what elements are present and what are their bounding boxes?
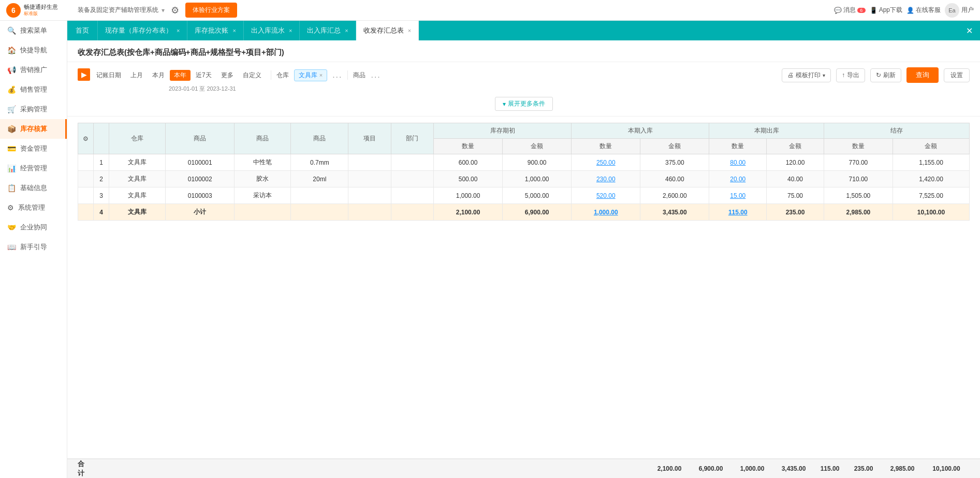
subtotal-check bbox=[78, 204, 94, 221]
row3-seq: 3 bbox=[94, 187, 109, 204]
row2-out-qty[interactable]: 20.00 bbox=[709, 171, 767, 187]
date-btn-last-month[interactable]: 上月 bbox=[126, 70, 147, 81]
tab-inout-flow[interactable]: 出入库流水 × bbox=[244, 21, 300, 40]
date-btn-more[interactable]: 更多 bbox=[217, 70, 238, 81]
system-name-wrapper: 装备及固定资产辅助管理系统 ▾ bbox=[78, 6, 165, 15]
newbie-icon: 📖 bbox=[7, 243, 16, 251]
sidebar-item-newbie[interactable]: 📖 新手引导 bbox=[0, 237, 67, 257]
tab-batch-close[interactable]: × bbox=[232, 27, 236, 34]
sidebar-item-search[interactable]: 🔍 搜索菜单 bbox=[0, 21, 67, 40]
sidebar-item-quicknav[interactable]: 🏠 快捷导航 bbox=[0, 40, 67, 60]
tab-home[interactable]: 首页 bbox=[67, 21, 98, 40]
row2-in-amt: 460.00 bbox=[640, 171, 709, 187]
date-options: 上月 本月 本年 近7天 更多 自定义 bbox=[126, 70, 266, 81]
system-name-text: 装备及固定资产辅助管理系统 bbox=[78, 6, 158, 15]
refresh-label: 刷新 bbox=[883, 71, 896, 80]
row2-in-qty[interactable]: 230.00 bbox=[572, 171, 640, 187]
subtotal-init-qty: 2,100.00 bbox=[434, 204, 503, 221]
col-settings-header[interactable]: ⚙ bbox=[78, 123, 94, 154]
row2-code: 0100002 bbox=[166, 171, 235, 187]
sidebar-item-marketing[interactable]: 📢 营销推广 bbox=[0, 60, 67, 80]
tab-recv-send-close[interactable]: × bbox=[408, 27, 411, 34]
col-project-header: 项目 bbox=[348, 123, 391, 154]
user-area[interactable]: Ea 用户 bbox=[945, 3, 974, 18]
sidebar-item-basicinfo[interactable]: 📋 基础信息 bbox=[0, 178, 67, 198]
row3-in-qty[interactable]: 520.00 bbox=[572, 187, 640, 204]
row3-in-amt: 2,600.00 bbox=[640, 187, 709, 204]
tab-inout-flow-close[interactable]: × bbox=[289, 27, 292, 34]
system-dropdown-icon[interactable]: ▾ bbox=[162, 7, 165, 14]
message-btn[interactable]: 💬 消息 6 bbox=[834, 6, 866, 15]
inventory-icon: 📦 bbox=[7, 125, 16, 133]
row1-out-qty[interactable]: 80.00 bbox=[709, 154, 767, 171]
row1-in-qty[interactable]: 250.00 bbox=[572, 154, 640, 171]
goods-ellipsis-btn[interactable]: ... bbox=[371, 70, 381, 80]
settings-button[interactable]: 设置 bbox=[944, 68, 970, 82]
date-range-text: 2023-01-01 至 2023-12-31 bbox=[169, 85, 236, 92]
row2-project bbox=[348, 171, 391, 187]
sidebar-label-enterprise: 企业协同 bbox=[20, 223, 47, 232]
col-init-header: 库存期初 bbox=[434, 123, 572, 139]
app-download-btn[interactable]: 📱 App下载 bbox=[870, 6, 902, 15]
tab-inout-summary[interactable]: 出入库汇总 × bbox=[300, 21, 356, 40]
date-btn-custom[interactable]: 自定义 bbox=[239, 70, 266, 81]
col-warehouse-header: 仓库 bbox=[109, 123, 166, 154]
row2-bal-qty: 710.00 bbox=[824, 171, 893, 187]
col-seq-header bbox=[94, 123, 109, 154]
export-btn[interactable]: ↑ 导出 bbox=[836, 68, 865, 82]
top-bar: 6 畅捷通好生意 标准版 装备及固定资产辅助管理系统 ▾ ⚙ 体验行业方案 💬 … bbox=[0, 0, 980, 21]
refresh-btn[interactable]: ↻ 刷新 bbox=[870, 68, 901, 82]
row3-code: 0100003 bbox=[166, 187, 235, 204]
print-btn[interactable]: 🖨 模板打印 ▾ bbox=[782, 68, 831, 82]
settings-icon[interactable]: ⚙ bbox=[171, 5, 179, 16]
subtotal-bal-qty: 2,985.00 bbox=[824, 204, 893, 221]
tab-inventory-dist[interactable]: 现存量（库存分布表） × bbox=[98, 21, 187, 40]
row3-check[interactable] bbox=[78, 187, 94, 204]
sidebar-item-sales[interactable]: 💰 销售管理 bbox=[0, 80, 67, 99]
col-out-amt-header: 金额 bbox=[767, 139, 824, 154]
sales-icon: 💰 bbox=[7, 85, 16, 94]
print-dropdown-icon: ▾ bbox=[823, 73, 825, 78]
sidebar-label-basicinfo: 基础信息 bbox=[20, 183, 47, 193]
online-service-btn[interactable]: 👤 在线客服 bbox=[906, 6, 941, 15]
tab-bar-close[interactable]: ✕ bbox=[959, 26, 980, 36]
warehouse-remove-icon[interactable]: × bbox=[319, 72, 323, 78]
query-button[interactable]: 查询 bbox=[906, 67, 939, 83]
service-icon: 👤 bbox=[906, 7, 914, 14]
col-in-header: 本期入库 bbox=[572, 123, 709, 139]
tab-inventory-dist-label: 现存量（库存分布表） bbox=[105, 26, 172, 35]
row3-init-qty: 1,000.00 bbox=[434, 187, 503, 204]
sidebar-item-enterprise[interactable]: 🤝 企业协同 bbox=[0, 218, 67, 237]
tab-inout-summary-close[interactable]: × bbox=[345, 27, 348, 34]
row3-out-qty[interactable]: 15.00 bbox=[709, 187, 767, 204]
sidebar-item-system[interactable]: ⚙ 系统管理 bbox=[0, 198, 67, 218]
warehouse-tag-text: 文具库 bbox=[299, 71, 317, 80]
sidebar-item-finance[interactable]: 💳 资金管理 bbox=[0, 139, 67, 158]
sidebar-item-inventory[interactable]: 📦 库存核算 bbox=[0, 119, 67, 139]
message-badge: 6 bbox=[857, 8, 866, 13]
col-bal-amt-header: 金额 bbox=[893, 139, 969, 154]
date-btn-7days[interactable]: 近7天 bbox=[192, 70, 216, 81]
row1-project bbox=[348, 154, 391, 171]
row1-out-amt: 120.00 bbox=[767, 154, 824, 171]
tab-inventory-dist-close[interactable]: × bbox=[177, 27, 180, 34]
row2-bal-amt: 1,420.00 bbox=[893, 171, 969, 187]
expand-more-btn[interactable]: ▾ 展开更多条件 bbox=[495, 97, 553, 111]
col-bal-qty-header: 数量 bbox=[824, 139, 893, 154]
table-row: 3 文具库 0100003 采访本 1,000.00 5,000.00 520.… bbox=[78, 187, 970, 204]
experience-button[interactable]: 体验行业方案 bbox=[185, 3, 237, 18]
row1-bal-qty: 770.00 bbox=[824, 154, 893, 171]
sidebar-item-purchase[interactable]: 🛒 采购管理 bbox=[0, 99, 67, 119]
date-btn-this-year[interactable]: 本年 bbox=[170, 70, 191, 81]
date-filter-label: 记账日期 bbox=[96, 71, 121, 80]
date-btn-this-month[interactable]: 本月 bbox=[148, 70, 169, 81]
tab-batch[interactable]: 库存批次账 × bbox=[187, 21, 243, 40]
warehouse-ellipsis-btn[interactable]: ... bbox=[332, 70, 342, 80]
row2-check[interactable] bbox=[78, 171, 94, 187]
filter-expand-arrow[interactable]: ▶ bbox=[78, 68, 90, 81]
row1-check[interactable] bbox=[78, 154, 94, 171]
tab-recv-send[interactable]: 收发存汇总表 × bbox=[356, 21, 419, 40]
logo-text: 畅捷通好生意 标准版 bbox=[24, 3, 58, 17]
sidebar-item-operations[interactable]: 📊 经营管理 bbox=[0, 158, 67, 178]
total-bal-amt: 10,100.00 bbox=[923, 465, 970, 472]
